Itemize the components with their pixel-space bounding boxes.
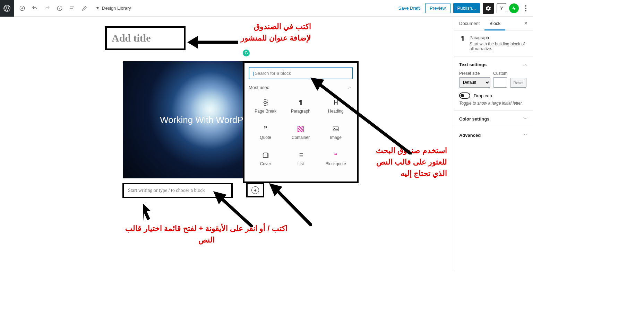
undo-button[interactable] <box>29 3 40 14</box>
drop-cap-toggle[interactable] <box>459 92 470 99</box>
toolbar-right-group: Save Draft Preview Publish... Y <box>396 3 530 14</box>
toolbar-left-group: Design Library <box>17 3 134 14</box>
preset-size-select[interactable]: Default <box>459 77 490 88</box>
chevron-up-icon: ︿ <box>523 61 528 68</box>
drop-cap-label: Drop cap <box>474 93 492 98</box>
chevron-down-icon: ﹀ <box>523 132 528 138</box>
block-page-break[interactable]: Page Break <box>249 93 282 118</box>
editor-toolbar: Design Library Save Draft Preview Publis… <box>0 0 533 17</box>
block-type-name: Paragraph <box>470 35 528 40</box>
block-quote[interactable]: ❞Quote <box>249 119 282 144</box>
preset-size-label: Preset size <box>459 71 490 76</box>
edit-button[interactable] <box>79 3 90 14</box>
arrow-to-inserter <box>267 181 312 226</box>
close-sidebar-button[interactable]: ✕ <box>519 17 533 30</box>
text-settings-panel: Text settings ︿ Preset size Default Cust… <box>454 56 533 111</box>
publish-button[interactable]: Publish... <box>453 3 480 13</box>
svg-point-3 <box>525 5 526 7</box>
settings-sidebar: Document Block ✕ ¶ Paragraph Start with … <box>454 17 533 271</box>
outline-button[interactable] <box>67 3 78 14</box>
design-library-label: Design Library <box>102 6 131 11</box>
jetpack-button[interactable] <box>509 3 519 13</box>
svg-point-5 <box>525 10 526 11</box>
editor-canvas: Add title G Working With WordPress Start… <box>0 17 454 271</box>
block-search-placeholder: Search for a block <box>255 71 291 76</box>
more-menu-button[interactable] <box>522 3 530 14</box>
arrow-to-plus <box>211 189 253 227</box>
paragraph-icon: ¶ <box>299 98 302 107</box>
block-description-panel: ¶ Paragraph Start with the building bloc… <box>454 30 533 56</box>
preview-button[interactable]: Preview <box>425 3 450 13</box>
quote-icon: ❞ <box>264 124 267 134</box>
list-icon <box>297 150 304 160</box>
design-library-button[interactable]: Design Library <box>92 3 134 14</box>
paragraph-placeholder: Start writing or type / to choose a bloc… <box>128 188 205 193</box>
svg-point-4 <box>525 8 526 9</box>
save-draft-button[interactable]: Save Draft <box>396 6 422 11</box>
sidebar-tabs: Document Block ✕ <box>454 17 533 30</box>
custom-size-label: Custom <box>493 71 507 76</box>
arrow-to-title <box>187 33 238 51</box>
cover-icon <box>262 150 269 160</box>
redo-button[interactable] <box>42 3 53 14</box>
advanced-panel[interactable]: Advanced ﹀ <box>454 127 533 143</box>
chevron-down-icon: ﹀ <box>523 116 528 122</box>
page-break-icon <box>262 98 269 107</box>
custom-size-input[interactable] <box>493 77 507 88</box>
text-settings-toggle[interactable]: Text settings ︿ <box>459 61 528 68</box>
drop-cap-hint: Toggle to show a large initial letter. <box>459 101 528 106</box>
arrow-to-search <box>308 75 412 154</box>
annotation-plus: اكتب / أو انقر على الأيقونة + لفتح قائمة… <box>121 223 291 246</box>
yoast-button[interactable]: Y <box>497 3 506 13</box>
title-placeholder: Add title <box>112 32 151 44</box>
tab-block[interactable]: Block <box>484 17 505 30</box>
block-type-desc: Start with the building block of all nar… <box>470 42 528 51</box>
block-cover[interactable]: Cover <box>249 146 282 171</box>
info-button[interactable] <box>54 3 65 14</box>
wordpress-logo-icon[interactable] <box>0 0 14 17</box>
post-title-input[interactable]: Add title <box>105 26 186 50</box>
container-icon <box>298 124 304 134</box>
paragraph-icon: ¶ <box>459 35 466 51</box>
color-settings-panel[interactable]: Color settings ﹀ <box>454 111 533 127</box>
cursor-arrow-icon <box>140 197 154 224</box>
annotation-title: اكتب في الصندوق لإضافة عنوان للمنشور <box>233 21 311 44</box>
add-block-button[interactable] <box>17 3 28 14</box>
settings-button[interactable] <box>483 3 494 14</box>
tab-document[interactable]: Document <box>454 17 484 30</box>
grammarly-icon[interactable]: G <box>243 50 250 56</box>
reset-size-button[interactable]: Reset <box>510 78 526 88</box>
